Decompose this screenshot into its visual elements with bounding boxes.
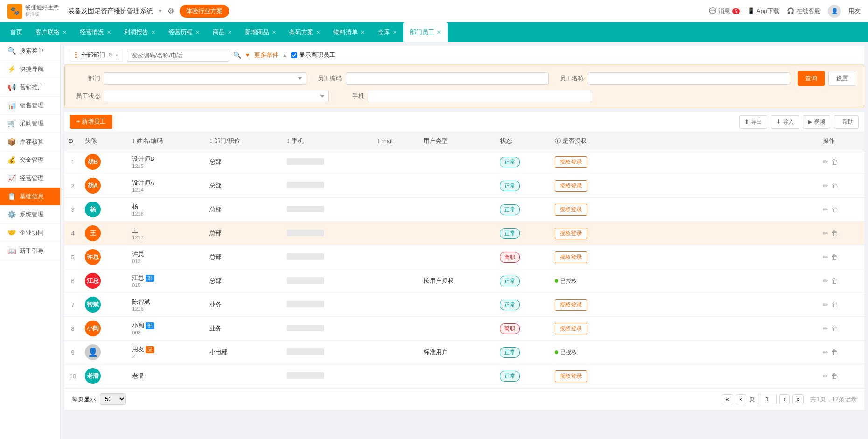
delete-icon[interactable]: 🗑 (831, 348, 838, 356)
delete-icon[interactable]: 🗑 (831, 325, 838, 332)
nav-tab-部门员工[interactable]: 部门员工✕ (403, 22, 448, 42)
prev-page-button[interactable]: ‹ (736, 394, 746, 404)
tab-close-icon[interactable]: ✕ (228, 29, 232, 35)
tab-close-icon[interactable]: ✕ (361, 29, 365, 35)
delete-icon[interactable]: 🗑 (831, 372, 838, 380)
col-settings[interactable]: ⚙ (64, 132, 81, 150)
tab-close-icon[interactable]: ✕ (195, 29, 200, 35)
status-badge: 正常 (500, 371, 520, 382)
edit-icon[interactable]: ✏ (823, 206, 828, 213)
nav-item-purchase[interactable]: 🛒采购管理 (0, 115, 60, 133)
delete-icon[interactable]: 🗑 (831, 206, 838, 213)
online-service-button[interactable]: 🎧 在线客服 (787, 7, 820, 15)
edit-icon[interactable]: ✏ (823, 348, 828, 356)
nav-item-corp[interactable]: 🤝企业协同 (0, 224, 60, 242)
auth-button[interactable]: 授权登录 (555, 156, 587, 168)
auth-button[interactable]: 授权登录 (555, 251, 587, 263)
auth-button[interactable]: 授权登录 (555, 228, 587, 239)
nav-item-inventory[interactable]: 📦库存核算 (0, 133, 60, 151)
edit-icon[interactable]: ✏ (823, 301, 828, 308)
delete-icon[interactable]: 🗑 (831, 301, 838, 308)
nav-item-operation[interactable]: 📈经营管理 (0, 169, 60, 188)
page-input[interactable] (758, 394, 777, 404)
dropdown-arrow-icon[interactable]: ▾ (159, 7, 162, 14)
auth-button[interactable]: 授权登录 (555, 370, 587, 382)
nav-tab-商品[interactable]: 商品✕ (206, 22, 238, 42)
nav-tab-客户联络[interactable]: 客户联络✕ (29, 22, 73, 42)
show-resigned-checkbox-label[interactable]: 显示离职员工 (291, 51, 335, 59)
nav-item-guide[interactable]: 📖新手引导 (0, 242, 60, 260)
nav-item-sales[interactable]: 📊销售管理 (0, 97, 60, 115)
name-input[interactable] (588, 72, 790, 85)
col-phone[interactable]: ↕ 手机 (283, 132, 374, 150)
tab-close-icon[interactable]: ✕ (393, 29, 397, 35)
delete-icon[interactable]: 🗑 (831, 230, 838, 237)
tab-close-icon[interactable]: ✕ (107, 29, 111, 35)
tab-close-icon[interactable]: ✕ (437, 29, 441, 35)
auth-button[interactable]: 授权登录 (555, 204, 587, 216)
nav-tab-条码方案[interactable]: 条码方案✕ (283, 22, 327, 42)
edit-icon[interactable]: ✏ (823, 182, 828, 189)
edit-icon[interactable]: ✏ (823, 372, 828, 380)
nav-tab-仓库[interactable]: 仓库✕ (371, 22, 403, 42)
add-employee-button[interactable]: + 新增员工 (70, 115, 112, 129)
auth-button[interactable]: 授权登录 (555, 323, 587, 334)
search-btn[interactable]: 查询 (798, 71, 825, 86)
nav-item-marketing[interactable]: 📢营销推广 (0, 78, 60, 97)
edit-icon[interactable]: ✏ (823, 230, 828, 237)
import-button[interactable]: ⬇ 导入 (771, 115, 799, 129)
tab-close-icon[interactable]: ✕ (151, 29, 155, 35)
nav-tab-利润报告[interactable]: 利润报告✕ (118, 22, 162, 42)
refresh-icon[interactable]: ↻ (108, 52, 113, 58)
user-avatar[interactable]: 👤 (828, 5, 841, 18)
first-page-button[interactable]: « (722, 394, 733, 404)
edit-icon[interactable]: ✏ (823, 277, 828, 285)
last-page-button[interactable]: » (792, 394, 804, 404)
phone-input[interactable] (368, 90, 593, 102)
search-button[interactable]: 🔍 (233, 51, 241, 59)
per-page-select[interactable]: 50 20 100 (100, 393, 126, 405)
nav-item-system[interactable]: ⚙️系统管理 (0, 206, 60, 224)
col-name[interactable]: ↕ 姓名/编码 (128, 132, 206, 150)
auth-button[interactable]: 授权登录 (555, 299, 587, 311)
tab-close-icon[interactable]: ✕ (316, 29, 320, 35)
nav-tab-经营历程[interactable]: 经营历程✕ (162, 22, 206, 42)
nav-item-quicknav[interactable]: ⚡快捷导航 (0, 60, 60, 78)
app-download-button[interactable]: 📱 App下载 (747, 7, 779, 15)
delete-icon[interactable]: 🗑 (831, 253, 838, 261)
edit-icon[interactable]: ✏ (823, 325, 828, 332)
auth-button[interactable]: 授权登录 (555, 180, 587, 192)
trial-button[interactable]: 体验行业方案 (180, 5, 229, 18)
nav-item-basic[interactable]: 📋基础信息 (0, 188, 60, 206)
settings-button[interactable]: ⚙ (167, 7, 174, 15)
status-select[interactable] (104, 90, 329, 102)
edit-icon[interactable]: ✏ (823, 253, 828, 261)
user-name[interactable]: 用友 (848, 7, 861, 15)
edit-icon[interactable]: ✏ (823, 158, 828, 166)
nav-tab-经营情况[interactable]: 经营情况✕ (73, 22, 118, 42)
next-page-button[interactable]: › (779, 394, 790, 404)
nav-item-search[interactable]: 🔍搜索菜单 (0, 42, 60, 60)
search-input[interactable] (127, 49, 229, 62)
nav-tab-新增商品[interactable]: 新增商品✕ (238, 22, 283, 42)
view-button[interactable]: ▶ 视频 (803, 115, 830, 129)
show-resigned-checkbox[interactable] (291, 52, 297, 58)
tab-close-icon[interactable]: ✕ (272, 29, 276, 35)
tab-close-icon[interactable]: ✕ (62, 29, 67, 35)
delete-icon[interactable]: 🗑 (831, 182, 838, 189)
nav-tab-首页[interactable]: 首页 (4, 22, 29, 42)
collapse-icon[interactable]: « (116, 52, 119, 58)
export-button[interactable]: ⬆ 导出 (739, 115, 767, 129)
nav-item-finance[interactable]: 💰资金管理 (0, 151, 60, 169)
reset-btn[interactable]: 设置 (828, 71, 856, 86)
dept-select[interactable] (104, 72, 306, 85)
nav-label-system: 系统管理 (20, 210, 44, 219)
message-button[interactable]: 💬 消息 5 (709, 7, 740, 15)
more-conditions-button[interactable]: 更多条件 (254, 51, 278, 59)
code-input[interactable] (346, 72, 548, 85)
help-button[interactable]: | 帮助 (834, 115, 859, 129)
delete-icon[interactable]: 🗑 (831, 277, 838, 285)
delete-icon[interactable]: 🗑 (831, 158, 838, 166)
col-dept[interactable]: ↕ 部门/职位 (206, 132, 283, 150)
nav-tab-物料清单[interactable]: 物料清单✕ (327, 22, 371, 42)
